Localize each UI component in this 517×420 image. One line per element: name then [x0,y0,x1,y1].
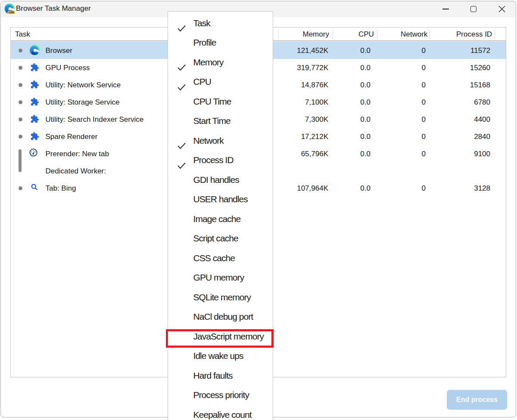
svg-text:CAN: CAN [8,11,14,14]
